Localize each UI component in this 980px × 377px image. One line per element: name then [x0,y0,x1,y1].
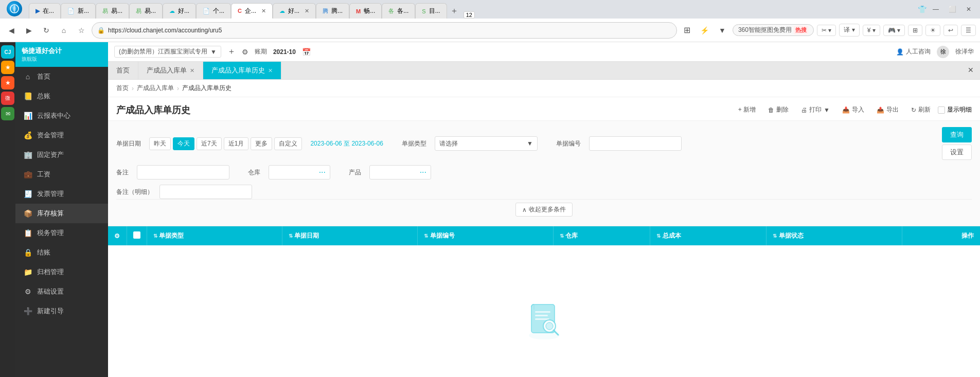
tab-close-hao2[interactable]: ✕ [305,8,309,14]
nav-item-ledger[interactable]: 📒 总账 [15,86,108,106]
show-detail-checkbox[interactable]: 显示明细 [938,105,972,114]
yesterday-btn[interactable]: 昨天 [149,137,171,150]
doc-type-select[interactable]: 请选择 ▼ [435,136,538,151]
nav-item-payroll[interactable]: 💼 工资 [15,165,108,184]
undo-btn[interactable]: ↩ [943,25,958,36]
page-tab-list-close[interactable]: ✕ [190,67,194,74]
panel-close-btn[interactable]: ✕ [961,62,980,78]
detail-remark-input[interactable] [159,185,252,199]
sort-total-cost-icon: ⇅ [656,233,661,239]
theme-btn[interactable]: ☀ [925,25,940,36]
user-avatar[interactable]: 徐 [937,46,949,58]
tab-chang[interactable]: M 畅... [349,3,382,19]
page-tab-history-close[interactable]: ✕ [268,67,273,74]
more-date-btn[interactable]: 更多 [251,137,272,150]
nav-item-tax[interactable]: 📋 税务管理 [15,223,108,243]
dropdown-btn[interactable]: ▼ [715,23,729,38]
tab-yi2[interactable]: 易 易... [129,3,163,19]
th-gear[interactable]: ⚙ [108,226,127,245]
tab-mu[interactable]: S 目... [415,3,447,19]
warehouse-select[interactable]: ··· [269,165,330,179]
today-btn[interactable]: 今天 [173,137,194,150]
th-doc-date[interactable]: ⇅ 单据日期 [282,226,417,245]
menu-btn[interactable]: ☰ [961,25,976,36]
last1month-btn[interactable]: 近1月 [224,137,249,150]
nav-item-closing[interactable]: 🔒 结账 [15,243,108,262]
add-btn[interactable]: + 新增 [733,103,761,116]
nav-item-new-entry[interactable]: ➕ 新建引导 [15,301,108,321]
settings-toolbar-btn[interactable]: ⚙ [242,48,248,56]
breadcrumb-list[interactable]: 产成品入库单 [137,84,174,93]
settings-filter-btn[interactable]: 设置 [942,145,972,160]
add-account-btn[interactable]: ＋ [227,46,236,57]
nav-item-home[interactable]: ⌂ 首页 [15,67,108,86]
tab-ge[interactable]: 各 各... [382,3,415,19]
nav-item-funds[interactable]: 💰 资金管理 [15,125,108,145]
remark-input[interactable] [137,165,229,179]
refresh-btn[interactable]: ↻ 刷新 [906,103,936,116]
breadcrumb-home[interactable]: 首页 [116,84,129,93]
yuan-btn[interactable]: ¥ ▾ [863,25,880,36]
th-doc-status[interactable]: ⇅ 单据状态 [767,226,902,245]
tab-yi1[interactable]: 易 易... [96,3,129,19]
game-btn[interactable]: 🎮 ▾ [883,25,905,36]
orange-star-icon[interactable]: ★ [1,61,14,74]
nav-item-invoice[interactable]: 🧾 发票管理 [15,184,108,204]
th-total-cost[interactable]: ⇅ 总成本 [650,226,767,245]
th-checkbox[interactable] [127,226,147,245]
page-tab-home[interactable]: 首页 [108,62,138,79]
page-tab-history[interactable]: 产成品入库单历史 ✕ [203,62,281,79]
page-tab-list[interactable]: 产成品入库单 ✕ [138,62,203,79]
tab-add-button[interactable]: ＋ [447,3,461,19]
changjie-icon[interactable]: CJ [1,45,14,59]
home-btn[interactable]: ⌂ [57,23,71,38]
nav-item-archive[interactable]: 📁 归档管理 [15,262,108,282]
tab-tencent[interactable]: 腾 腾... [316,3,349,19]
tab-hao1[interactable]: ☁ 好... [163,3,196,19]
th-warehouse[interactable]: ⇅ 仓库 [553,226,650,245]
forward-btn[interactable]: ▶ [22,23,36,38]
doc-no-input[interactable] [589,136,682,151]
minimize-btn[interactable]: — [929,2,943,16]
query-btn[interactable]: 查询 [942,127,972,142]
nav-item-fixed-assets[interactable]: 🏢 固定资产 [15,145,108,165]
apps-btn[interactable]: ⊞ [908,25,922,36]
calendar-icon[interactable]: 📅 [302,48,311,56]
th-doc-no[interactable]: ⇅ 单据编号 [418,226,553,245]
last7days-btn[interactable]: 近7天 [197,137,222,150]
grid-icon-btn[interactable]: ⊞ [680,23,694,38]
delete-btn[interactable]: 🗑 删除 [763,103,794,116]
import-btn[interactable]: 📥 导入 [837,103,869,116]
translate-btn[interactable]: 译 ▾ [839,24,859,37]
refresh-btn[interactable]: ↻ [39,23,54,38]
smart-search-box[interactable]: 360智能抠图免费用 热搜 [733,24,814,36]
nav-item-inventory[interactable]: 📦 库存核算 [15,204,108,223]
tab-new1[interactable]: 📄 新... [61,3,96,19]
collapse-btn[interactable]: ∧ 收起更多条件 [515,203,573,217]
nav-item-base-settings[interactable]: ⚙ 基础设置 [15,282,108,301]
lightning-btn[interactable]: ⚡ [698,23,712,38]
weibo-app-icon[interactable]: 微 [1,92,14,105]
mail-app-icon[interactable]: ✉ [1,107,14,120]
close-window-btn[interactable]: ✕ [961,2,976,16]
red-star-icon[interactable]: ★ [1,76,14,89]
gear-icon: ⚙ [114,232,120,240]
tab-zaidu[interactable]: ▶ 在... [29,3,61,19]
nav-item-reports[interactable]: 📊 云报表中心 [15,106,108,125]
tab-hao2[interactable]: ☁ 好... ✕ [273,3,316,19]
scissors-icon-btn[interactable]: ✂ ▾ [817,25,836,36]
export-btn[interactable]: 📤 导出 [871,103,904,116]
th-doc-type[interactable]: ⇅ 单据类型 [147,226,282,245]
back-btn[interactable]: ◀ [4,23,19,38]
maximize-btn[interactable]: ⬜ [945,2,959,16]
tab-close-enterprise[interactable]: ✕ [261,8,266,14]
tab-enterprise[interactable]: C 企... ✕ [231,3,273,19]
tab-personal[interactable]: 📄 个... [196,3,231,19]
custom-date-btn[interactable]: 自定义 [274,137,302,150]
print-btn[interactable]: 🖨 打印 ▼ [796,103,835,116]
company-selector[interactable]: (勿删勿禁用）江西服宝测试专用 ▼ [114,46,221,58]
bookmark-btn[interactable]: ☆ [74,23,88,38]
human-service-btn[interactable]: 👤 人工咨询 [896,47,931,56]
shirt-icon-btn[interactable]: 👕 [918,5,926,13]
product-select[interactable]: ··· [369,165,431,179]
